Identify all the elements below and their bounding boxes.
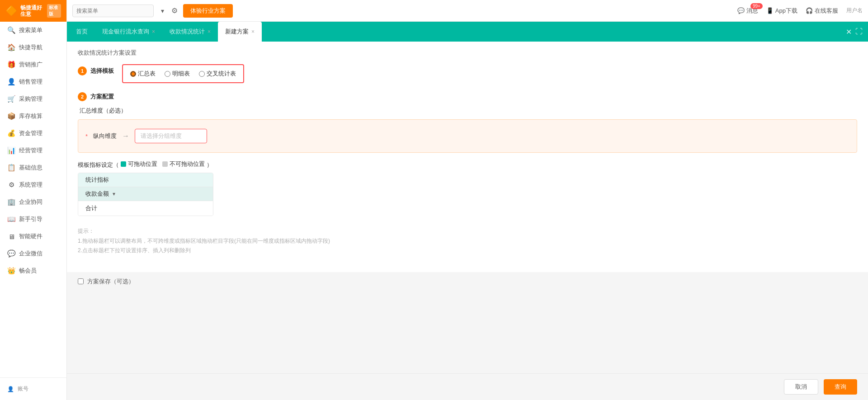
basic-icon: 📋 bbox=[7, 164, 15, 172]
template-label-detail: 明细表 bbox=[172, 70, 190, 78]
metrics-table-header: 统计指标 bbox=[78, 173, 213, 187]
sidebar-bottom-item[interactable]: 👤 账号 bbox=[0, 381, 66, 396]
sidebar-item-basic[interactable]: 📋 基础信息 bbox=[0, 159, 66, 176]
step1-number: 1 bbox=[78, 66, 87, 75]
page-title: 收款情况统计方案设置 bbox=[78, 49, 857, 57]
template-option-detail[interactable]: 明细表 bbox=[165, 70, 190, 78]
search-icon: 🔍 bbox=[7, 26, 15, 34]
logo-text: 畅捷通好生意 bbox=[20, 5, 45, 18]
sidebar-item-finance[interactable]: 💰 资金管理 bbox=[0, 125, 66, 142]
operation-icon: 📊 bbox=[7, 146, 15, 155]
content-area: 收款情况统计方案设置 1 选择模板 汇总表 bbox=[67, 42, 868, 373]
topbar: ▾ ⚙ 体验行业方案 💬 消息 99+ 📱 App下载 🎧 在线客服 用户名 bbox=[67, 0, 868, 22]
close-tab-button[interactable]: ✕ bbox=[846, 28, 852, 36]
footer-bar: 取消 查询 bbox=[67, 373, 868, 400]
sidebar-item-purchase[interactable]: 🛒 采购管理 bbox=[0, 90, 66, 108]
tips-section: 提示： 1.拖动标题栏可以调整布局，不可跨维度或指标区域拖动栏目字段(只能在同一… bbox=[78, 226, 857, 256]
tab-cashflow[interactable]: 现金银行流水查询× bbox=[95, 22, 162, 42]
tab-new_plan[interactable]: 新建方案× bbox=[218, 22, 262, 42]
sales-icon: 👤 bbox=[7, 78, 15, 86]
sidebar-label-purchase: 采购管理 bbox=[19, 95, 42, 103]
online-service-button[interactable]: 🎧 在线客服 bbox=[806, 7, 838, 15]
column-dropdown-icon[interactable]: ▾ bbox=[113, 191, 115, 197]
messages-button[interactable]: 💬 消息 99+ bbox=[737, 7, 758, 15]
template-radio-summary[interactable] bbox=[130, 71, 136, 77]
message-badge: 99+ bbox=[750, 3, 763, 9]
tabbar: 首页现金银行流水查询×收款情况统计×新建方案× ✕ ⛶ bbox=[67, 22, 868, 42]
sidebar-item-corp[interactable]: 🏢 企业协同 bbox=[0, 193, 66, 211]
sidebar-item-hardware[interactable]: 🖥 智能硬件 bbox=[0, 228, 66, 245]
sidebar-item-marketing[interactable]: 🎁 营销推广 bbox=[0, 56, 66, 73]
save-label: 方案保存（可选） bbox=[87, 278, 134, 286]
tab-receipt[interactable]: 收款情况统计× bbox=[162, 22, 218, 42]
sidebar-label-guide: 新手引导 bbox=[19, 215, 42, 223]
query-button[interactable]: 查询 bbox=[824, 379, 857, 395]
tab-home[interactable]: 首页 bbox=[69, 22, 95, 42]
download-icon: 📱 bbox=[766, 7, 774, 14]
sidebar-item-inventory[interactable]: 📦 库存核算 bbox=[0, 108, 66, 125]
marketing-icon: 🎁 bbox=[7, 61, 15, 69]
search-input[interactable] bbox=[72, 5, 154, 17]
guide-icon: 📖 bbox=[7, 215, 15, 223]
sidebar-item-wechat[interactable]: 💬 企业微信 bbox=[0, 245, 66, 262]
template-option-summary[interactable]: 汇总表 bbox=[130, 70, 156, 78]
save-checkbox[interactable] bbox=[78, 278, 84, 284]
app-download-button[interactable]: 📱 App下载 bbox=[766, 7, 797, 15]
sidebar-item-member[interactable]: 👑 畅会员 bbox=[0, 262, 66, 279]
fixed-legend-dot bbox=[162, 161, 168, 167]
arrow-icon: → bbox=[122, 132, 129, 140]
sidebar-bottom: 👤 账号 bbox=[0, 377, 66, 400]
member-icon: 👑 bbox=[7, 267, 15, 275]
sidebar-label-inventory: 库存核算 bbox=[19, 112, 42, 120]
maximize-button[interactable]: ⛶ bbox=[855, 28, 863, 36]
step2-header: 2 方案配置 bbox=[78, 92, 857, 101]
industry-plan-button[interactable]: 体验行业方案 bbox=[183, 4, 233, 18]
user-icon: 👤 bbox=[7, 386, 14, 392]
sidebar-label-wechat: 企业微信 bbox=[19, 249, 42, 258]
sidebar-label-hardware: 智能硬件 bbox=[19, 232, 42, 240]
message-icon: 💬 bbox=[737, 7, 745, 14]
dimension-select-dropdown[interactable]: 请选择分组维度 bbox=[135, 129, 207, 143]
sidebar-item-guide[interactable]: 📖 新手引导 bbox=[0, 211, 66, 228]
tips-title: 提示： bbox=[78, 228, 94, 234]
sidebar-logo: 🔶 畅捷通好生意 标准版 bbox=[0, 0, 66, 22]
metrics-table: 统计指标 收款金额 ▾ 合计 bbox=[78, 173, 213, 216]
logo-icon: 🔶 bbox=[5, 5, 18, 17]
sidebar-label-sales: 销售管理 bbox=[19, 78, 42, 86]
purchase-icon: 🛒 bbox=[7, 95, 15, 103]
sidebar-label-corp: 企业协同 bbox=[19, 198, 42, 206]
tab-label-new_plan: 新建方案 bbox=[225, 28, 249, 36]
service-icon: 🎧 bbox=[806, 7, 813, 14]
gear-icon[interactable]: ⚙ bbox=[171, 6, 178, 15]
vertical-dimension-label: 纵向维度 bbox=[93, 132, 117, 140]
sidebar-item-operation[interactable]: 📊 经营管理 bbox=[0, 142, 66, 159]
metrics-column-header[interactable]: 收款金额 ▾ bbox=[78, 187, 213, 201]
tab-close-cashflow[interactable]: × bbox=[152, 28, 155, 35]
system-icon: ⚙ bbox=[7, 181, 15, 189]
sidebar-label-basic: 基础信息 bbox=[19, 164, 42, 172]
sidebar-item-sales[interactable]: 👤 销售管理 bbox=[0, 73, 66, 90]
sidebar-item-search[interactable]: 🔍 搜索菜单 bbox=[0, 22, 66, 39]
topbar-right: 💬 消息 99+ 📱 App下载 🎧 在线客服 用户名 bbox=[737, 7, 863, 15]
tips-item2: 2.点击标题栏下拉可设置排序、插入列和删除列 bbox=[78, 246, 857, 256]
legend-movable-item: 可拖动位置 bbox=[121, 160, 157, 168]
sidebar-label-member: 畅会员 bbox=[19, 267, 37, 275]
movable-legend-dot bbox=[121, 161, 126, 167]
sidebar-item-system[interactable]: ⚙ 系统管理 bbox=[0, 176, 66, 193]
topbar-dropdown-button[interactable]: ▾ bbox=[159, 7, 166, 14]
template-radio-detail[interactable] bbox=[165, 71, 170, 77]
tab-close-receipt[interactable]: × bbox=[208, 28, 211, 35]
quicknav-icon: 🏠 bbox=[7, 43, 15, 52]
cancel-button[interactable]: 取消 bbox=[784, 379, 818, 395]
sidebar-label-quicknav: 快捷导航 bbox=[19, 43, 42, 52]
step2-number: 2 bbox=[78, 92, 87, 101]
tab-close-new_plan[interactable]: × bbox=[251, 28, 255, 35]
step1-header: 1 选择模板 bbox=[78, 66, 114, 75]
inventory-icon: 📦 bbox=[7, 112, 15, 120]
metrics-total-row: 合计 bbox=[78, 201, 213, 216]
template-radio-cross[interactable] bbox=[199, 71, 205, 77]
template-option-cross[interactable]: 交叉统计表 bbox=[199, 70, 236, 78]
required-mark: * bbox=[85, 133, 88, 140]
sidebar-item-quicknav[interactable]: 🏠 快捷导航 bbox=[0, 39, 66, 56]
tabbar-actions: ✕ ⛶ bbox=[846, 28, 866, 36]
